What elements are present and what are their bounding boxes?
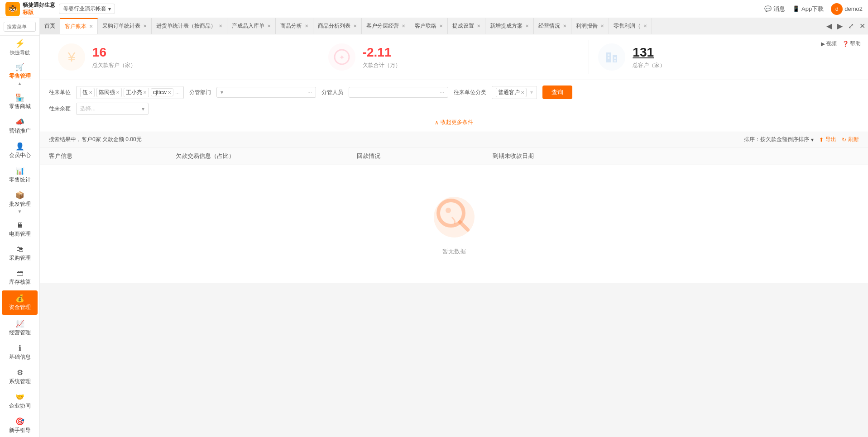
- tab-next-btn[interactable]: ▶: [834, 18, 845, 34]
- close-icon[interactable]: ✕: [521, 90, 524, 95]
- tab-home[interactable]: 首页: [40, 18, 60, 34]
- close-icon[interactable]: ✕: [267, 24, 271, 28]
- balance-select[interactable]: 选择... ▾: [76, 103, 149, 115]
- tag-chen[interactable]: 陈民强 ✕: [96, 88, 122, 97]
- account-selector[interactable]: 母婴行业演示帐套 ▾: [59, 4, 115, 14]
- chevron-down-icon: ▾: [142, 106, 144, 112]
- tab-purchase-order-stats[interactable]: 采购订单统计表 ✕: [98, 18, 152, 34]
- sidebar-item-retail-mgmt[interactable]: 🛒 零售管理 ▲: [0, 59, 39, 90]
- search-input[interactable]: [4, 22, 36, 32]
- branch-dept-select[interactable]: ▾ ···: [216, 87, 316, 98]
- sidebar-item-enterprise-collab[interactable]: 🤝 企业协同: [0, 389, 39, 413]
- close-icon[interactable]: ✕: [477, 24, 480, 28]
- tag-normal-customer[interactable]: 普通客户 ✕: [496, 88, 527, 97]
- close-icon[interactable]: ✕: [402, 24, 405, 28]
- tab-profit-report[interactable]: 利润报告 ✕: [571, 18, 609, 34]
- export-icon: ⬆: [819, 137, 824, 143]
- stats-icon: 📊: [15, 166, 24, 175]
- sort-selector[interactable]: 排序：按欠款金额倒序排序 ▾: [744, 136, 814, 143]
- close-icon[interactable]: ✕: [643, 24, 647, 28]
- sidebar-item-new-guide[interactable]: 🎯 新手引导: [0, 413, 39, 437]
- tab-product-stock-entry[interactable]: 产成品入库单 ✕: [227, 18, 276, 34]
- sidebar-item-retail-stats[interactable]: 📊 零售统计: [0, 163, 39, 187]
- stat-info-3: 131 总客户（家）: [633, 45, 850, 70]
- sidebar-item-system-mgmt[interactable]: ⚙ 系统管理: [0, 365, 39, 389]
- sidebar-item-wholesale-mgmt[interactable]: 📦 批发管理 ▼: [0, 187, 39, 218]
- close-icon[interactable]: ✕: [219, 24, 222, 28]
- close-icon[interactable]: ✕: [439, 24, 443, 28]
- close-icon[interactable]: ✕: [116, 90, 120, 95]
- sidebar-item-member-center[interactable]: 👤 会员中心: [0, 138, 39, 163]
- logo-icon: 🐯: [5, 2, 20, 16]
- stat-value-3: 131: [633, 45, 850, 60]
- tab-maximize-btn[interactable]: ⤢: [845, 18, 857, 34]
- tab-prev-btn[interactable]: ◀: [824, 18, 834, 34]
- sidebar-item-inventory-check[interactable]: 🗃 库存核算: [0, 266, 39, 290]
- stat-info-1: 16 总欠款客户（家）: [92, 45, 310, 70]
- close-icon[interactable]: ✕: [525, 24, 529, 28]
- export-btn[interactable]: ⬆ 导出: [819, 136, 836, 143]
- message-btn[interactable]: 💬 消息: [764, 5, 785, 13]
- clear-icon[interactable]: ···: [307, 89, 312, 95]
- sidebar-item-operations-mgmt[interactable]: 📈 经营管理: [0, 316, 39, 340]
- branch-person-label: 分管人员: [321, 89, 343, 96]
- close-icon[interactable]: ✕: [353, 24, 357, 28]
- info-icon: ℹ: [19, 344, 21, 352]
- stat-icon-debt: ✦: [328, 43, 355, 71]
- tab-product-analysis-list[interactable]: 商品分析列表 ✕: [313, 18, 362, 34]
- tag-wang[interactable]: 王小亮 ✕: [124, 88, 149, 97]
- sidebar-item-purchase-mgmt[interactable]: 🛍 采购管理: [0, 242, 39, 266]
- empty-text: 暂无数据: [442, 247, 466, 256]
- close-icon[interactable]: ✕: [89, 90, 92, 95]
- chevron-up-icon: ∧: [435, 119, 439, 126]
- finance-icon: 💰: [15, 294, 24, 303]
- user-avatar-btn[interactable]: d demo2: [831, 3, 863, 15]
- tab-customer-segment[interactable]: 客户分层经营 ✕: [362, 18, 410, 34]
- empty-bg-circle: [434, 197, 475, 238]
- collapse-filter-btn[interactable]: ∧ 收起更多条件: [49, 119, 859, 126]
- tab-business-situation[interactable]: 经营情况 ✕: [534, 18, 571, 34]
- sidebar-item-finance-mgmt[interactable]: 💰 资金管理: [2, 290, 38, 315]
- help-btn[interactable]: ❓ 帮助: [842, 40, 861, 48]
- tag-cjttcw[interactable]: cjttcw ✕: [151, 88, 173, 96]
- tab-retail-profit[interactable]: 零售利润（ ✕: [609, 18, 652, 34]
- close-icon[interactable]: ✕: [168, 90, 171, 95]
- ecommerce-icon: 🖥: [16, 221, 24, 229]
- tab-purchase-stats-by-product[interactable]: 进货单统计表（按商品） ✕: [152, 18, 227, 34]
- nav-icon: ⚡: [15, 38, 25, 48]
- owner-unit-label: 往来单位: [49, 89, 71, 96]
- tab-close-all-btn[interactable]: ✕: [857, 18, 868, 34]
- close-icon[interactable]: ✕: [143, 24, 147, 28]
- close-icon[interactable]: ✕: [600, 24, 604, 28]
- avatar: d: [831, 3, 843, 15]
- branch-person-select[interactable]: ···: [349, 87, 448, 98]
- sidebar-item-retail-mall[interactable]: 🏪 零售商城: [0, 90, 39, 114]
- chevron-icon: ▼: [18, 209, 22, 214]
- close-icon[interactable]: ✕: [89, 24, 93, 29]
- video-icon: ▶: [821, 41, 825, 47]
- more-tags-btn[interactable]: ...: [175, 89, 180, 95]
- tab-commission-settings[interactable]: 提成设置 ✕: [448, 18, 485, 34]
- tag-wu[interactable]: 伍 ✕: [80, 88, 95, 97]
- app-download-btn[interactable]: 📱 App下载: [792, 5, 824, 13]
- ellipsis-icon[interactable]: ···: [440, 89, 444, 95]
- sidebar-item-basic-info[interactable]: ℹ 基础信息: [0, 340, 39, 365]
- tab-customer-contact[interactable]: 客户联络 ✕: [410, 18, 448, 34]
- close-icon[interactable]: ✕: [305, 24, 308, 28]
- tab-product-analysis[interactable]: 商品分析 ✕: [276, 18, 313, 34]
- stat-value-1: 16: [92, 45, 310, 60]
- marketing-icon: 📣: [15, 118, 24, 126]
- table-area: 客户信息 欠款交易信息（占比） 回款情况 到期未收款日期 暂无数据: [40, 147, 868, 283]
- refresh-btn[interactable]: ↻ 刷新: [842, 136, 859, 143]
- close-icon[interactable]: ✕: [143, 90, 147, 95]
- query-button[interactable]: 查询: [542, 86, 572, 99]
- close-icon[interactable]: ✕: [563, 24, 566, 28]
- unit-class-select[interactable]: 普通客户 ✕ ▾: [492, 86, 537, 99]
- tab-new-commission-plan[interactable]: 新增提成方案 ✕: [485, 18, 534, 34]
- owner-unit-input[interactable]: 伍 ✕ 陈民强 ✕ 王小亮 ✕ cjttcw ✕ ...: [76, 86, 184, 99]
- sidebar-item-marketing[interactable]: 📣 营销推广: [0, 114, 39, 138]
- sidebar-item-ecommerce[interactable]: 🖥 电商管理: [0, 218, 39, 242]
- tab-customer-accounts[interactable]: 客户账本 ✕: [60, 18, 98, 34]
- video-btn[interactable]: ▶ 视频: [821, 40, 837, 48]
- sidebar-item-quick-nav[interactable]: ⚡ 快捷导航: [0, 36, 39, 59]
